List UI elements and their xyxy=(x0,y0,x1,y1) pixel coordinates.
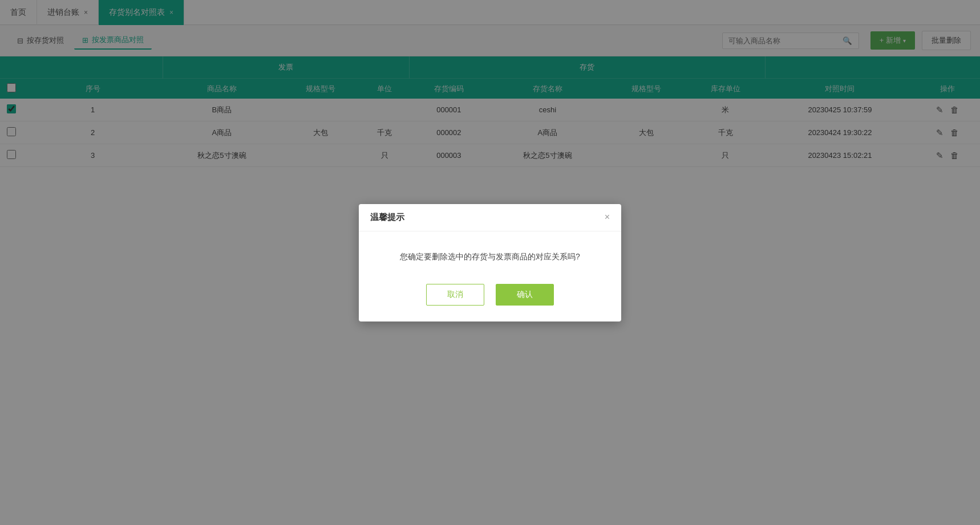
confirm-button[interactable]: 确认 xyxy=(496,284,554,306)
dialog-close-button[interactable]: × xyxy=(605,213,610,222)
dialog-footer: 取消 确认 xyxy=(359,278,621,321)
dialog-body: 您确定要删除选中的存货与发票商品的对应关系吗? xyxy=(359,231,621,278)
confirm-dialog: 温馨提示 × 您确定要删除选中的存货与发票商品的对应关系吗? 取消 确认 xyxy=(359,204,621,321)
modal-overlay: 温馨提示 × 您确定要删除选中的存货与发票商品的对应关系吗? 取消 确认 xyxy=(0,0,980,525)
dialog-header: 温馨提示 × xyxy=(359,204,621,231)
cancel-button[interactable]: 取消 xyxy=(426,284,484,306)
dialog-title: 温馨提示 xyxy=(370,212,404,223)
dialog-message: 您确定要删除选中的存货与发票商品的对应关系吗? xyxy=(400,252,580,261)
